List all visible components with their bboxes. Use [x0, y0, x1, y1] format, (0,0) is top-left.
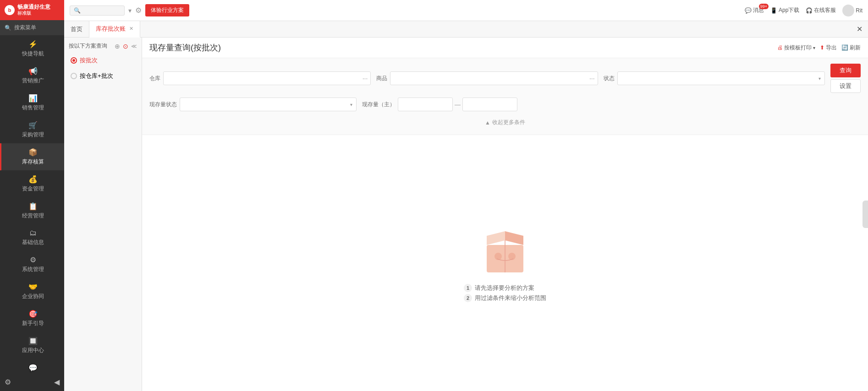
empty-illustration: [478, 224, 533, 279]
sidebar-item-inventory-label: 库存核算: [22, 158, 44, 166]
sidebar-item-purchase[interactable]: 🛒 采购管理: [0, 116, 64, 143]
sidebar-item-inventory[interactable]: 📦 库存核算: [0, 143, 64, 170]
sidebar-footer: ⚙ ◀: [0, 373, 64, 391]
tab-home-label: 首页: [71, 25, 82, 33]
user-menu-btn[interactable]: Rit: [842, 5, 863, 16]
inventory-qty-to[interactable]: [462, 98, 517, 111]
tab-home[interactable]: 首页: [64, 21, 89, 38]
scheme-by-batch[interactable]: 按批次: [64, 53, 142, 68]
by-warehouse-batch-radio: [71, 73, 77, 79]
svg-marker-1: [487, 231, 505, 245]
sidebar-item-collab[interactable]: 🤝 企业协同: [0, 278, 64, 305]
sidebar-item-basic[interactable]: 🗂 基础信息: [0, 224, 64, 251]
tabbar: 首页 库存批次账 ✕ ✕: [64, 21, 868, 38]
wechat-icon: 💬: [28, 364, 38, 372]
tab-batch-ledger[interactable]: 库存批次账 ✕: [89, 21, 140, 38]
app-logo: b: [5, 5, 15, 15]
by-batch-radio: [71, 57, 77, 64]
finance-icon: 💰: [28, 175, 38, 184]
online-service-icon: 🎧: [806, 7, 813, 14]
collapse-chevron-up-icon: ▲: [485, 119, 490, 126]
app-subtitle: 标准版: [17, 10, 50, 16]
export-btn[interactable]: ⬆ 导出: [820, 44, 837, 52]
collapse-filter-bar[interactable]: ▲ 收起更多条件: [149, 116, 861, 129]
empty-state: 1 请先选择要分析的方案 2 用过滤条件来缩小分析范围: [142, 135, 868, 391]
by-warehouse-batch-label: 按仓库+批次: [80, 72, 113, 80]
collapse-left-panel-icon[interactable]: ≪: [131, 43, 137, 49]
sidebar-nav: 🔍 搜索菜单 ⚡ 快捷导航 📢 营销推广 📊 销售管理 🛒 采购管理 📦 库存核…: [0, 20, 64, 373]
messages-icon: 💬: [745, 7, 752, 14]
product-input-wrapper: ···: [390, 71, 598, 85]
warehouse-input[interactable]: [164, 71, 360, 85]
user-name: Rit: [856, 7, 863, 14]
collapse-label: 收起更多条件: [492, 119, 525, 126]
sidebar-item-apps[interactable]: 🔲 应用中心: [0, 332, 64, 359]
print-icon: 🖨: [777, 44, 783, 51]
tab-batch-ledger-label: 库存批次账: [96, 25, 126, 33]
scheme-by-warehouse-batch[interactable]: 按仓库+批次: [64, 68, 142, 84]
sidebar-item-operations[interactable]: 📋 经营管理: [0, 197, 64, 224]
empty-step-1: 1 请先选择要分析的方案: [464, 284, 546, 292]
collapse-sidebar-icon[interactable]: ◀: [54, 378, 60, 386]
step-2-label: 用过滤条件来缩小分析范围: [475, 294, 546, 302]
inventory-status-select[interactable]: ▾: [180, 98, 357, 111]
settings-footer-icon[interactable]: ⚙: [5, 378, 11, 386]
status-select[interactable]: ▾: [617, 71, 825, 85]
right-scroll-handle[interactable]: [863, 201, 868, 228]
collab-icon: 🤝: [28, 282, 38, 291]
filter-row-2: 现存量状态 ▾ 现存量（主） —: [149, 98, 861, 111]
app-download-btn[interactable]: 📱 App下载: [770, 6, 799, 14]
sales-icon: 📊: [28, 94, 38, 103]
print-dropdown-icon[interactable]: ▾: [813, 45, 815, 50]
sidebar-item-sales[interactable]: 📊 销售管理: [0, 89, 64, 116]
sidebar-item-shortcut[interactable]: ⚡ 快捷导航: [0, 35, 64, 62]
filter-action-btns: 查询 设置: [830, 64, 861, 93]
online-service-btn[interactable]: 🎧 在线客服: [806, 6, 836, 14]
inventory-qty-filter: 现存量（主） —: [362, 98, 569, 111]
topbar-search[interactable]: 🔍: [70, 5, 125, 16]
warehouse-dots-btn[interactable]: ···: [360, 75, 371, 82]
system-icon: ⚙: [30, 255, 36, 264]
tab-batch-ledger-close[interactable]: ✕: [129, 26, 133, 32]
tab-close-right-btn[interactable]: ✕: [851, 25, 868, 33]
sidebar-header: b 畅康通好生意 标准版: [0, 0, 64, 20]
app-title-area: 畅康通好生意 标准版: [17, 4, 50, 16]
sidebar-item-purchase-label: 采购管理: [22, 131, 44, 139]
by-batch-label: 按批次: [80, 56, 98, 65]
sidebar-item-wechat[interactable]: 💬 企业微信: [0, 359, 64, 373]
sidebar-item-marketing[interactable]: 📢 营销推广: [0, 62, 64, 89]
sidebar-item-search[interactable]: 🔍 搜索菜单: [0, 20, 64, 35]
page-title: 现存量查询(按批次): [149, 42, 221, 53]
inventory-status-arrow: ▾: [350, 102, 352, 107]
product-dots-btn[interactable]: ···: [587, 75, 598, 82]
sidebar-item-finance[interactable]: 💰 资金管理: [0, 170, 64, 197]
sidebar-item-newbie[interactable]: 🎯 新手引导: [0, 305, 64, 332]
empty-svg: [478, 227, 533, 277]
industry-btn[interactable]: 体验行业方案: [145, 4, 189, 16]
sidebar-item-basic-label: 基础信息: [22, 239, 44, 246]
topbar-dropdown-icon[interactable]: ▾: [128, 7, 132, 14]
messages-badge: 99+: [759, 4, 769, 9]
step-1-num: 1: [464, 284, 472, 292]
status-filter: 状态 ▾: [604, 71, 825, 85]
refresh-btn[interactable]: 🔄 刷新: [841, 44, 861, 52]
inventory-status-filter: 现存量状态 ▾: [149, 98, 357, 111]
print-template-btn[interactable]: 🖨 按模板打印 ▾: [777, 44, 815, 52]
app-title: 畅康通好生意: [17, 4, 50, 10]
product-input[interactable]: [390, 71, 587, 85]
sidebar-item-newbie-label: 新手引导: [22, 320, 44, 327]
page-header: 现存量查询(按批次) 🖨 按模板打印 ▾ ⬆ 导出 🔄 刷新: [142, 38, 868, 58]
sidebar-item-shortcut-label: 快捷导航: [22, 50, 44, 58]
online-service-label: 在线客服: [814, 6, 836, 14]
export-icon: ⬆: [820, 44, 824, 51]
filter-row-1: 仓库 ··· 商品 ··· 状态: [149, 64, 861, 93]
query-btn[interactable]: 查询: [830, 64, 861, 77]
topbar-settings-icon[interactable]: ⚙: [135, 6, 142, 15]
scheme-settings-icon[interactable]: ⊙: [123, 43, 128, 50]
sidebar-item-system[interactable]: ⚙ 系统管理: [0, 251, 64, 278]
left-panel-header: 按以下方案查询 ⊕ ⊙ ≪: [64, 38, 142, 53]
messages-btn[interactable]: 💬 消息 99+: [745, 6, 764, 14]
settings-btn[interactable]: 设置: [830, 79, 861, 93]
inventory-qty-from[interactable]: [398, 98, 453, 111]
add-scheme-icon[interactable]: ⊕: [115, 43, 120, 50]
